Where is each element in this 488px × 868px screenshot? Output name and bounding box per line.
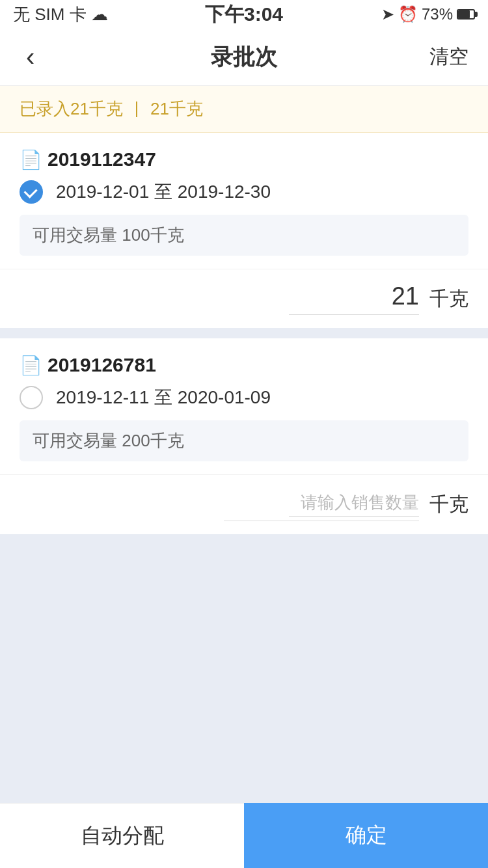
battery-label: 73% — [422, 5, 453, 23]
back-button[interactable]: ‹ — [20, 36, 41, 78]
batch-2-date-row[interactable]: 2019-12-11 至 2020-01-09 — [20, 385, 468, 410]
batch-1-header: 📄 2019112347 — [20, 148, 468, 170]
batch-2-quantity-input[interactable] — [289, 488, 419, 517]
page-title: 录批次 — [211, 42, 277, 72]
batch-card-1: 📄 2019112347 2019-12-01 至 2019-12-30 可用交… — [0, 133, 488, 269]
confirm-button[interactable]: 确定 — [244, 803, 488, 868]
batch-2-id: 2019126781 — [47, 354, 156, 376]
batch-2-icon: 📄 — [20, 355, 42, 376]
status-left: 无 SIM 卡 ☁ — [13, 3, 108, 26]
batch-1-unit: 千克 — [429, 286, 468, 312]
alarm-icon: ⏰ — [398, 5, 418, 23]
section-separator-1 — [0, 328, 488, 338]
batch-1-date-row[interactable]: 2019-12-01 至 2019-12-30 — [20, 180, 468, 204]
sim-label: 无 SIM 卡 ☁ — [13, 3, 108, 26]
batch-2-available: 可用交易量 200千克 — [20, 420, 468, 461]
location-icon: ➤ — [381, 5, 394, 23]
bottom-bar: 自动分配 确定 — [0, 803, 488, 868]
page: 无 SIM 卡 ☁ 下午3:04 ➤ ⏰ 73% ‹ 录批次 清空 已录入21千… — [0, 0, 488, 868]
batch-2-radio[interactable] — [20, 386, 43, 409]
batch-2-date: 2019-12-11 至 2020-01-09 — [56, 385, 271, 410]
batch-1-id: 2019112347 — [47, 148, 156, 170]
nav-bar: ‹ 录批次 清空 — [0, 29, 488, 86]
clear-button[interactable]: 清空 — [429, 44, 468, 70]
batch-1-available: 可用交易量 100千克 — [20, 215, 468, 256]
batch-2-header: 📄 2019126781 — [20, 354, 468, 376]
batch-1-radio[interactable] — [20, 180, 43, 204]
batch-1-icon: 📄 — [20, 149, 42, 170]
banner-divider — [136, 102, 137, 117]
status-right: ➤ ⏰ 73% — [381, 5, 475, 23]
batch-card-2: 📄 2019126781 2019-12-11 至 2020-01-09 可用交… — [0, 338, 488, 474]
battery-icon — [457, 9, 475, 20]
batch-1-date: 2019-12-01 至 2019-12-30 — [56, 180, 271, 204]
batch-1-quantity-value: 21 — [392, 282, 419, 310]
recorded-value: 21千克 — [150, 98, 203, 120]
batch-2-unit: 千克 — [429, 491, 468, 518]
recorded-label: 已录入21千克 — [20, 98, 123, 120]
auto-distribute-button[interactable]: 自动分配 — [0, 803, 244, 868]
status-time: 下午3:04 — [205, 1, 283, 28]
batch-2-quantity-row: 千克 — [0, 474, 488, 534]
status-bar: 无 SIM 卡 ☁ 下午3:04 ➤ ⏰ 73% — [0, 0, 488, 29]
info-banner: 已录入21千克 21千克 — [0, 86, 488, 133]
batch-1-quantity-row: 21 千克 — [0, 269, 488, 328]
empty-area — [0, 534, 488, 803]
